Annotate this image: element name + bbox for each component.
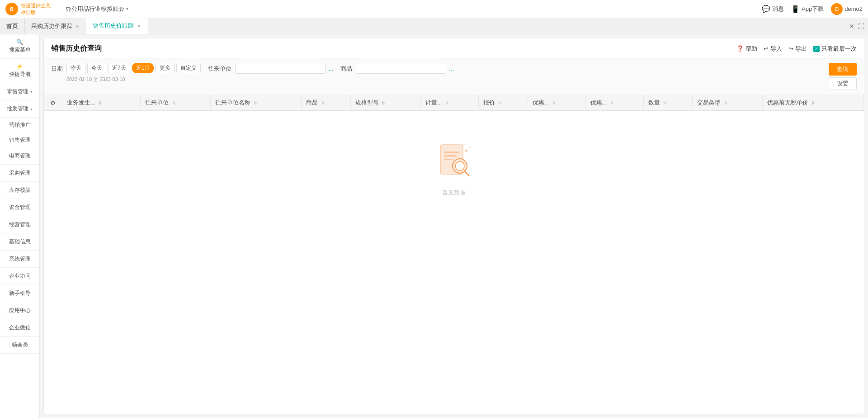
sidebar-item-app-center[interactable]: 应用中心 bbox=[0, 302, 39, 319]
sidebar-item-membership[interactable]: 畅会员 bbox=[0, 337, 39, 354]
product-dots-btn[interactable]: ... bbox=[449, 65, 454, 72]
sidebar-item-quick-nav[interactable]: ⚡ 快捷导航 bbox=[0, 59, 39, 83]
close-tab-action[interactable]: ✕ bbox=[849, 23, 854, 30]
sort-icon-discount2: ⇅ bbox=[610, 101, 613, 105]
workspace-selector[interactable]: 办公用品行业模拟账套 ▾ bbox=[66, 5, 128, 13]
col-partner-code[interactable]: 往来单位 ⇅ bbox=[141, 95, 211, 111]
app-logo-text: 畅捷通好生意 标准版 bbox=[21, 2, 51, 15]
partner-filter-group: 往来单位 ... bbox=[208, 63, 333, 74]
main-layout: 🔍 搜索菜单 ⚡ 快捷导航 零售管理 ▾ 批发管理 ▴ 营销推广 销售管理 电商… bbox=[0, 34, 868, 418]
date-btn-yesterday[interactable]: 昨天 bbox=[66, 63, 85, 73]
svg-point-9 bbox=[463, 144, 465, 146]
sidebar-item-sales-mgmt[interactable]: 销售管理 bbox=[0, 133, 39, 147]
tab-sales-history[interactable]: 销售历史价跟踪 × bbox=[86, 18, 148, 34]
col-discount2[interactable]: 优惠... ⇅ bbox=[585, 95, 643, 111]
col-biz-date[interactable]: 业务发生... ⇅ bbox=[62, 95, 141, 111]
tab-purchase-history[interactable]: 采购历史价跟踪 × bbox=[25, 18, 86, 34]
date-filter-group: 日期 昨天 今天 近7天 近1月 更多 自定义 2023-02-18 至 202… bbox=[51, 63, 201, 83]
download-action[interactable]: 📱 App下载 bbox=[791, 5, 824, 13]
message-action[interactable]: 💬 消息 bbox=[762, 5, 784, 13]
col-pretax-price[interactable]: 优惠前无税单价 ⇅ bbox=[763, 95, 864, 111]
sort-icon-partner-code: ⇅ bbox=[172, 101, 175, 105]
sidebar-item-ecom-mgmt[interactable]: 电商管理 bbox=[0, 147, 39, 165]
sidebar-item-finance[interactable]: 资金管理 bbox=[0, 199, 39, 216]
chevron-down-icon: ▾ bbox=[126, 6, 128, 11]
page: 销售历史价查询 ❓ 帮助 ↩ 导入 ↪ 导出 ✓ bbox=[43, 38, 864, 414]
sidebar-item-system[interactable]: 系统管理 bbox=[0, 251, 39, 268]
sidebar-item-purchase-mgmt[interactable]: 采购管理 bbox=[0, 165, 39, 182]
filter-actions: 查询 设置 bbox=[829, 63, 857, 90]
sidebar-item-wholesale-mgmt[interactable]: 批发管理 ▴ bbox=[0, 100, 39, 118]
date-btn-custom[interactable]: 自定义 bbox=[176, 63, 201, 73]
sidebar-item-operations[interactable]: 经营管理 bbox=[0, 216, 39, 233]
sidebar-item-basic-info[interactable]: 基础信息 bbox=[0, 233, 39, 251]
col-partner-name[interactable]: 往来单位名称 ⇅ bbox=[211, 95, 302, 111]
empty-text: 暂无数据 bbox=[442, 189, 466, 197]
header-right: 💬 消息 📱 App下载 D demo2 bbox=[762, 3, 863, 15]
sort-icon-quantity: ⇅ bbox=[663, 101, 666, 105]
svg-rect-1 bbox=[444, 152, 459, 153]
content-area: 销售历史价查询 ❓ 帮助 ↩ 导入 ↪ 导出 ✓ bbox=[40, 34, 868, 418]
col-product[interactable]: 商品 ⇅ bbox=[301, 95, 350, 111]
import-action[interactable]: ↩ 导入 bbox=[764, 45, 782, 53]
close-tab-sales-history[interactable]: × bbox=[137, 22, 141, 29]
col-unit[interactable]: 计量... ⇅ bbox=[420, 95, 478, 111]
avatar: D bbox=[831, 3, 843, 15]
tab-home[interactable]: 首页 bbox=[0, 18, 25, 34]
sidebar-item-retail-mgmt[interactable]: 零售管理 ▾ bbox=[0, 83, 39, 100]
maximize-tab-action[interactable]: ⛶ bbox=[858, 23, 864, 30]
date-btn-more[interactable]: 更多 bbox=[156, 63, 175, 73]
filter-area: 日期 昨天 今天 近7天 近1月 更多 自定义 2023-02-18 至 202… bbox=[44, 58, 864, 95]
date-range-text: 2023-02-18 至 2023-03-18 bbox=[66, 76, 201, 83]
settings-button[interactable]: 设置 bbox=[829, 77, 857, 90]
partner-dots-btn[interactable]: ... bbox=[328, 65, 333, 72]
col-quantity[interactable]: 数量 ⇅ bbox=[643, 95, 693, 111]
table-header: ⚙ 业务发生... ⇅ 往来单位 ⇅ 往来单位名称 bbox=[44, 95, 864, 111]
svg-point-5 bbox=[455, 162, 464, 171]
sidebar-item-marketing[interactable]: 营销推广 bbox=[0, 118, 39, 133]
top-header: 6 畅捷通好生意 标准版 办公用品行业模拟账套 ▾ 💬 消息 📱 App下载 D… bbox=[0, 0, 868, 18]
data-table: ⚙ 业务发生... ⇅ 往来单位 ⇅ 往来单位名称 bbox=[44, 95, 864, 111]
date-btn-last1m[interactable]: 近1月 bbox=[132, 63, 154, 73]
partner-input[interactable] bbox=[235, 63, 326, 74]
help-icon: ❓ bbox=[736, 45, 744, 52]
sidebar-item-enterprise[interactable]: 企业协同 bbox=[0, 268, 39, 285]
sidebar-item-wechat[interactable]: 企业微信 bbox=[0, 319, 39, 337]
sidebar-item-inventory[interactable]: 库存核算 bbox=[0, 182, 39, 199]
only-last-checkbox[interactable]: ✓ bbox=[813, 46, 820, 52]
help-action[interactable]: ❓ 帮助 bbox=[736, 45, 757, 53]
chevron-down-icon: ▾ bbox=[30, 90, 33, 94]
sort-icon-partner-name: ⇅ bbox=[254, 101, 257, 105]
export-action[interactable]: ↪ 导出 bbox=[788, 45, 807, 53]
sort-icon-discount1: ⇅ bbox=[552, 101, 556, 105]
svg-point-8 bbox=[469, 146, 471, 148]
date-btn-last7[interactable]: 近7天 bbox=[108, 63, 130, 73]
empty-state: 暂无数据 bbox=[44, 111, 864, 224]
col-discount1[interactable]: 优惠... ⇅ bbox=[528, 95, 585, 111]
col-trade-type[interactable]: 交易类型 ⇅ bbox=[693, 95, 763, 111]
quick-nav-icon: ⚡ bbox=[16, 63, 23, 70]
date-btn-today[interactable]: 今天 bbox=[87, 63, 106, 73]
col-settings[interactable]: ⚙ bbox=[44, 95, 62, 111]
sort-icon-trade-type: ⇅ bbox=[724, 101, 727, 105]
chevron-up-icon: ▴ bbox=[30, 107, 33, 111]
date-filter-label: 日期 bbox=[51, 63, 63, 73]
product-filter-group: 商品 ... bbox=[340, 63, 454, 74]
query-button[interactable]: 查询 bbox=[829, 63, 857, 76]
close-tab-purchase-history[interactable]: × bbox=[75, 23, 80, 30]
download-icon: 📱 bbox=[791, 5, 800, 13]
empty-illustration bbox=[431, 138, 476, 183]
product-input[interactable] bbox=[356, 63, 446, 74]
only-last-wrapper[interactable]: ✓ 只看最后一次 bbox=[813, 45, 857, 53]
logo-area: 6 畅捷通好生意 标准版 bbox=[5, 2, 51, 15]
date-filter-options: 昨天 今天 近7天 近1月 更多 自定义 2023-02-18 至 2023-0… bbox=[66, 63, 201, 83]
col-spec[interactable]: 规格型号 ⇅ bbox=[350, 95, 420, 111]
user-action[interactable]: D demo2 bbox=[831, 3, 863, 15]
col-quote[interactable]: 报价 ⇅ bbox=[478, 95, 528, 111]
header-left: 6 畅捷通好生意 标准版 办公用品行业模拟账套 ▾ bbox=[5, 2, 128, 15]
sidebar-item-newbie[interactable]: 新手引导 bbox=[0, 285, 39, 302]
sidebar-item-search-menu[interactable]: 🔍 搜索菜单 bbox=[0, 34, 39, 59]
svg-rect-3 bbox=[444, 159, 453, 160]
tab-bar: 首页 采购历史价跟踪 × 销售历史价跟踪 × ✕ ⛶ bbox=[0, 18, 868, 34]
export-icon: ↪ bbox=[788, 45, 793, 52]
